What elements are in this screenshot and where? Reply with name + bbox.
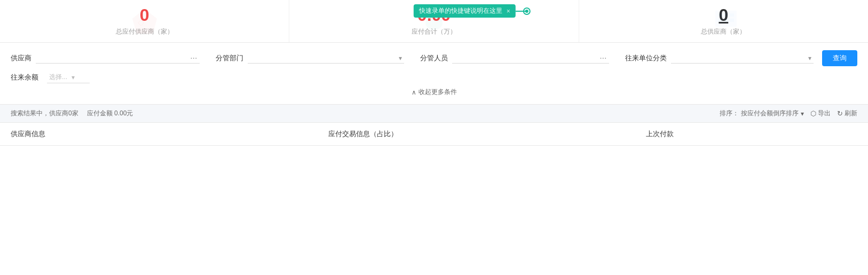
amount-placeholder: 选择... <box>49 73 67 82</box>
refresh-icon: ↻ <box>837 109 843 117</box>
svg-rect-6 <box>724 13 729 17</box>
unit-category-chevron-icon[interactable]: ▾ <box>806 54 814 62</box>
result-left: 搜索结果中，供应商0家 应付金额 0.00元 <box>11 109 133 118</box>
filter-unit-category: 往来单位分类 ▾ <box>625 53 814 64</box>
export-button[interactable]: ⬡ 导出 <box>810 109 831 118</box>
shortcut-tooltip[interactable]: 快速录单的快捷键说明在这里 × <box>414 4 516 18</box>
svg-text:◇: ◇ <box>138 18 145 27</box>
unit-category-input-wrap[interactable]: ▾ <box>671 53 814 64</box>
tooltip-close-button[interactable]: × <box>507 7 510 15</box>
table-body <box>0 146 868 275</box>
collapse-row: ∧ 收起更多条件 <box>11 85 857 99</box>
export-label: 导出 <box>818 109 831 118</box>
sort-value: 按应付会额倒序排序 <box>741 109 799 118</box>
filter-row-1: 供应商 ··· 分管部门 ▾ 分管人员 ··· 往来单位分 <box>11 50 857 66</box>
sort-label: 排序： <box>720 109 739 118</box>
filter-dept: 分管部门 ▾ <box>216 53 405 64</box>
sort-chevron-icon: ▾ <box>801 110 804 117</box>
svg-rect-10 <box>730 19 734 22</box>
filter-area: 供应商 ··· 分管部门 ▾ 分管人员 ··· 往来单位分 <box>0 43 868 105</box>
payable-amount-text: 应付金额 0.00元 <box>87 109 133 118</box>
person-label: 分管人员 <box>420 53 448 63</box>
query-button[interactable]: 查询 <box>822 50 857 66</box>
collapse-label: 收起更多条件 <box>419 88 457 97</box>
filter-row-2: 往来余额 选择... ▾ <box>11 72 857 83</box>
export-icon: ⬡ <box>810 109 816 117</box>
result-bar: 搜索结果中，供应商0家 应付金额 0.00元 排序： 按应付会额倒序排序 ▾ ⬡… <box>0 105 868 123</box>
person-more-icon[interactable]: ··· <box>597 53 609 63</box>
svg-marker-0 <box>132 9 157 34</box>
result-right: 排序： 按应付会额倒序排序 ▾ ⬡ 导出 ↻ 刷新 <box>720 109 857 118</box>
person-input-wrap[interactable]: ··· <box>452 53 609 64</box>
stat-total-suppliers: 0 总供应商（家） <box>579 0 868 42</box>
amount-chevron-icon[interactable]: ▾ <box>69 74 77 81</box>
stat-payable-total: 快速录单的快捷键说明在这里 × 0.00 应付合计（万） <box>289 0 579 42</box>
tooltip-dot <box>524 9 530 14</box>
svg-rect-9 <box>724 19 729 22</box>
table-area: 供应商信息 应付交易信息（占比） 上次付款 <box>0 123 868 275</box>
collapse-up-icon: ∧ <box>412 89 416 96</box>
refresh-label: 刷新 <box>845 109 857 118</box>
supplier-input-wrap[interactable]: ··· <box>36 53 200 64</box>
stat-total-payable-suppliers: ◇ 0 总应付供应商（家） <box>0 0 289 42</box>
svg-rect-7 <box>730 13 734 17</box>
col-payable-header: 应付交易信息（占比） <box>328 129 646 139</box>
supplier-count-text: 搜索结果中，供应商0家 <box>11 109 78 118</box>
supplier-input[interactable] <box>36 53 188 63</box>
dept-chevron-icon[interactable]: ▾ <box>397 54 404 62</box>
filter-person: 分管人员 ··· <box>420 53 609 64</box>
collapse-button[interactable]: ∧ 收起更多条件 <box>403 85 465 99</box>
unit-category-input[interactable] <box>671 53 807 63</box>
svg-rect-5 <box>718 13 722 17</box>
table-header: 供应商信息 应付交易信息（占比） 上次付款 <box>0 123 868 146</box>
person-input[interactable] <box>452 53 597 63</box>
stats-bar: ◇ 0 总应付供应商（家） 快速录单的快捷键说明在这里 × 0.00 应付合计（… <box>0 0 868 43</box>
amount-label: 往来余额 <box>11 73 38 82</box>
tooltip-text: 快速录单的快捷键说明在这里 <box>419 6 502 15</box>
dept-input[interactable] <box>248 53 397 63</box>
dept-input-wrap[interactable]: ▾ <box>248 53 405 64</box>
col-supplier-header: 供应商信息 <box>11 129 328 139</box>
amount-select[interactable]: 选择... ▾ <box>47 72 90 83</box>
filter-supplier: 供应商 ··· <box>11 53 200 64</box>
svg-rect-8 <box>718 19 722 22</box>
filter-amount: 往来余额 选择... ▾ <box>11 72 90 83</box>
refresh-button[interactable]: ↻ 刷新 <box>837 109 857 118</box>
sort-select[interactable]: 排序： 按应付会额倒序排序 ▾ <box>720 109 804 118</box>
dept-label: 分管部门 <box>216 53 243 63</box>
unit-category-label: 往来单位分类 <box>625 53 667 63</box>
supplier-more-icon[interactable]: ··· <box>188 53 199 63</box>
supplier-label: 供应商 <box>11 53 31 63</box>
col-lastpay-header: 上次付款 <box>646 129 858 139</box>
diamond-icon: ◇ <box>131 8 158 35</box>
building-icon <box>710 8 737 35</box>
